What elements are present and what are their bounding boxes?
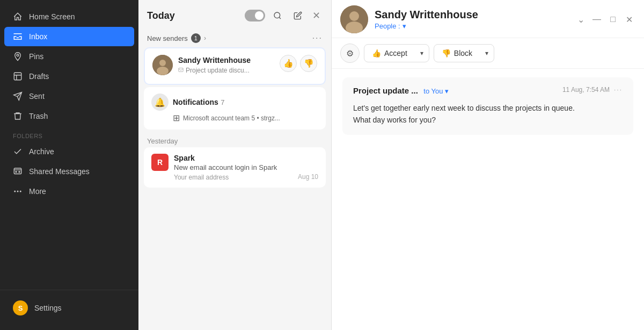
pins-label: Pins — [29, 52, 43, 61]
notifications-card[interactable]: 🔔 Notifications 7 ⊞ Microsoft account te… — [144, 87, 326, 130]
inbox-icon — [13, 32, 23, 41]
spark-date: Aug 10 — [298, 173, 318, 181]
email-list-title: Today — [147, 10, 175, 21]
accept-label: Accept — [384, 49, 407, 58]
svg-rect-0 — [14, 73, 21, 80]
accept-main-button[interactable]: 👍 Accept — [364, 45, 415, 62]
email-list-actions: ✕ — [245, 8, 323, 24]
yesterday-label: Yesterday — [138, 132, 331, 147]
email-list-header: Today ✕ — [138, 0, 331, 29]
svg-point-3 — [19, 171, 20, 173]
message-subject: Project update ... — [353, 86, 418, 95]
email-card-sandy[interactable]: Sandy Writtenhouse Project update discu.… — [144, 47, 326, 85]
user-avatar: S — [13, 300, 28, 315]
trash-icon — [13, 111, 23, 121]
block-thumb-icon: 👎 — [442, 49, 451, 58]
message-body-line2: What day works for you? — [353, 114, 623, 126]
message-card: Project update ... to You ▾ 11 Aug, 7:54… — [342, 77, 633, 135]
home-icon — [13, 12, 23, 21]
thumbs-down-button[interactable]: 👎 — [300, 55, 317, 72]
drafts-label: Drafts — [29, 72, 49, 81]
email-preview: Project update discu... — [186, 67, 250, 74]
close-button[interactable]: ✕ — [310, 8, 323, 24]
sidebar-item-sent[interactable]: Sent — [4, 87, 134, 106]
compose-button[interactable] — [290, 8, 306, 24]
sender-text: Sandy Writtenhouse Project update discu.… — [178, 56, 251, 74]
settings-label: Settings — [34, 304, 62, 312]
search-button[interactable] — [269, 8, 286, 24]
notif-header: 🔔 Notifications 7 — [151, 94, 318, 111]
email-message-area: Project update ... to You ▾ 11 Aug, 7:54… — [332, 69, 644, 330]
accept-thumb-icon: 👍 — [372, 49, 381, 58]
sidebar-nav: Home Screen Inbox Pins — [0, 4, 138, 206]
accept-button-group: 👍 Accept ▾ — [364, 44, 429, 62]
more-label: More — [29, 187, 46, 196]
message-more-icon[interactable]: ··· — [614, 86, 623, 94]
sent-icon — [13, 91, 23, 101]
message-meta: 11 Aug, 7:54 AM ··· — [562, 86, 623, 94]
spark-subject: New email account login in Spark — [174, 163, 318, 171]
contact-name: Sandy Writtenhouse — [375, 9, 478, 21]
sent-label: Sent — [29, 92, 45, 101]
sidebar: Home Screen Inbox Pins — [0, 0, 138, 330]
svg-point-5 — [17, 191, 19, 192]
contact-photo — [340, 5, 368, 33]
detail-actions-bar: ⚙ 👍 Accept ▾ 👎 Block ▾ — [332, 38, 644, 69]
email-detail-panel: Sandy Writtenhouse People : ▾ ⌄ — □ ✕ ⚙ … — [332, 0, 644, 330]
block-chevron-button[interactable]: ▾ — [480, 45, 494, 61]
settings-item[interactable]: S Settings — [4, 295, 134, 321]
contact-text: Sandy Writtenhouse People : ▾ — [375, 9, 478, 30]
contact-role[interactable]: People : ▾ — [375, 22, 478, 30]
svg-point-4 — [14, 191, 16, 192]
block-main-button[interactable]: 👎 Block — [434, 45, 480, 62]
new-senders-label: New senders — [147, 34, 188, 42]
minimize-button[interactable]: — — [590, 13, 603, 26]
svg-point-7 — [274, 12, 280, 18]
maximize-button[interactable]: □ — [606, 13, 619, 26]
sidebar-item-drafts[interactable]: Drafts — [4, 67, 134, 86]
thumbs-up-button[interactable]: 👍 — [280, 55, 297, 72]
notif-senders-text: Microsoft account team 5 • strgz... — [183, 114, 280, 122]
sidebar-item-archive[interactable]: Archive — [4, 142, 134, 161]
spark-email-info: Spark New email account login in Spark Y… — [174, 154, 318, 181]
new-senders-chevron[interactable]: › — [204, 34, 206, 42]
drafts-icon — [13, 71, 23, 81]
sidebar-item-shared-messages[interactable]: Shared Messages — [4, 162, 134, 181]
close-window-button[interactable]: ✕ — [623, 13, 635, 26]
message-body: Let's get together early next week to di… — [353, 102, 623, 126]
to-chevron: ▾ — [445, 87, 449, 95]
sender-info: Sandy Writtenhouse Project update discu.… — [152, 55, 280, 75]
sidebar-item-inbox[interactable]: Inbox — [4, 27, 134, 46]
email-action-buttons: 👍 👎 — [280, 55, 317, 72]
sidebar-item-pins[interactable]: Pins — [4, 47, 134, 66]
new-senders-more-button[interactable]: ··· — [312, 33, 323, 43]
sidebar-item-trash[interactable]: Trash — [4, 106, 134, 126]
contact-info: Sandy Writtenhouse People : ▾ — [340, 5, 478, 33]
toggle-button[interactable] — [245, 10, 265, 21]
message-to-label[interactable]: to You ▾ — [423, 87, 449, 95]
folders-section-label: Folders — [0, 126, 138, 141]
sidebar-item-home-screen[interactable]: Home Screen — [4, 7, 134, 26]
collapse-button[interactable]: ⌄ — [574, 13, 587, 26]
people-chevron: ▾ — [402, 22, 406, 30]
shared-messages-icon — [13, 167, 23, 176]
spark-email-card[interactable]: R Spark New email account login in Spark… — [144, 147, 326, 188]
trash-label: Trash — [29, 112, 48, 120]
email-card-header: Sandy Writtenhouse Project update discu.… — [152, 55, 317, 75]
block-button-group: 👎 Block ▾ — [434, 44, 494, 62]
spark-email-header: R Spark New email account login in Spark… — [151, 154, 318, 181]
home-screen-label: Home Screen — [29, 12, 75, 21]
pin-icon — [13, 52, 23, 61]
sidebar-bottom: S Settings — [0, 290, 138, 326]
accept-chevron-button[interactable]: ▾ — [415, 45, 429, 61]
sender-avatar — [152, 55, 173, 75]
gear-button[interactable]: ⚙ — [340, 44, 360, 63]
email-icon — [178, 67, 184, 73]
message-subject-group: Project update ... to You ▾ — [353, 86, 449, 96]
email-list-panel: Today ✕ New senders 1 › ··· — [138, 0, 332, 330]
spark-logo: R — [151, 154, 169, 171]
archive-label: Archive — [29, 147, 54, 156]
sender-name: Sandy Writtenhouse — [178, 56, 251, 64]
sidebar-item-more[interactable]: More — [4, 182, 134, 201]
new-senders-count: 1 — [191, 33, 201, 43]
